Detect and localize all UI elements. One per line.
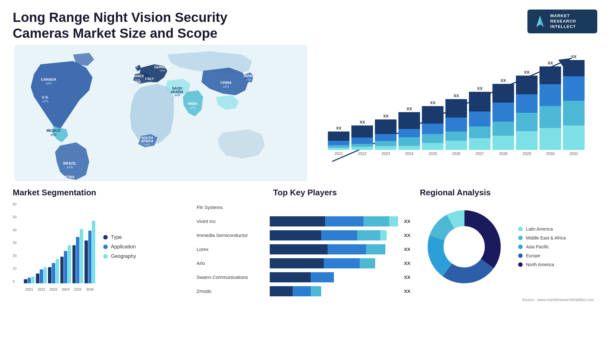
- svg-text:CANADA: CANADA: [41, 77, 57, 81]
- player-zmodo: Zmodo XX: [197, 286, 414, 296]
- seg-x-labels: 2021 2022 2023 2024 2025 2026: [24, 287, 95, 291]
- bar-2023: XX 2023: [375, 54, 396, 156]
- player-name-immedia: Immedia Semiconductor: [197, 233, 267, 238]
- legend-latin-america: Latin America: [518, 226, 566, 232]
- player-bar-swann: [270, 272, 398, 282]
- bottom-section: Market Segmentation 0 10 20 30 40 50 60: [0, 181, 610, 340]
- player-value-lorex: XX: [404, 246, 413, 252]
- bar-2031: XX 2031: [563, 54, 585, 156]
- page-title: Long Range Night Vision Security Cameras…: [13, 10, 267, 42]
- svg-text:GERMANY: GERMANY: [154, 65, 171, 69]
- logo-icon: [534, 15, 546, 28]
- bar-2028: XX 2028: [492, 54, 514, 156]
- source: Source : www.marketresearchintellect.com: [420, 298, 597, 302]
- players-title: Top Key Players: [197, 188, 414, 198]
- svg-point-42: [444, 227, 484, 266]
- segmentation-section: Market Segmentation 0 10 20 30 40 50 60: [13, 188, 190, 340]
- svg-text:xx%: xx%: [223, 85, 229, 88]
- player-bar-arlo: [270, 258, 398, 268]
- svg-text:U.K.: U.K.: [132, 64, 139, 68]
- top-section: CANADA xx% U.S. xx% MEXICO xx% BRAZIL xx…: [0, 45, 610, 181]
- svg-text:ITALY: ITALY: [145, 77, 154, 80]
- svg-text:xx%: xx%: [144, 143, 150, 146]
- player-name-zmodo: Zmodo: [197, 288, 267, 294]
- bar-2027: XX 2027: [469, 54, 491, 156]
- player-name-flir: Flir Systems: [197, 205, 267, 210]
- seg-legend: Type Application Geography: [103, 202, 136, 291]
- svg-text:ARABIA: ARABIA: [171, 90, 184, 93]
- regional-legend: Latin America Middle East & Africa Asia …: [518, 226, 566, 267]
- seg-bar-2022: [36, 202, 47, 283]
- latin-america-label: Latin America: [526, 226, 553, 232]
- svg-text:CHINA: CHINA: [220, 81, 232, 84]
- donut-area: Latin America Middle East & Africa Asia …: [420, 202, 597, 291]
- player-flir: Flir Systems: [197, 202, 414, 212]
- players-section: Top Key Players Flir Systems Vivint Inc …: [197, 188, 414, 340]
- player-swann: Swann Communications XX: [197, 272, 414, 282]
- donut-chart: [420, 202, 509, 291]
- svg-text:BRAZIL: BRAZIL: [63, 161, 76, 165]
- world-map: CANADA xx% U.S. xx% MEXICO xx% BRAZIL xx…: [13, 45, 309, 181]
- svg-text:MEXICO: MEXICO: [46, 129, 61, 132]
- player-bar-zmodo: [270, 286, 398, 296]
- svg-text:U.S.: U.S.: [42, 95, 49, 99]
- players-list: Flir Systems Vivint Inc XX Immedia Semic: [197, 202, 414, 296]
- type-label: Type: [111, 234, 122, 240]
- seg-legend-geography: Geography: [103, 253, 136, 259]
- asia-pacific-label: Asia Pacific: [526, 244, 549, 249]
- player-value-swann: XX: [404, 274, 413, 280]
- application-label: Application: [111, 244, 136, 250]
- seg-bar-2025: [72, 202, 83, 283]
- svg-text:xx%: xx%: [133, 68, 138, 71]
- player-bar-immedia: [270, 230, 398, 240]
- geography-dot: [103, 254, 108, 259]
- player-value-vivint: XX: [404, 219, 413, 224]
- legend-north-america: North America: [518, 262, 566, 267]
- world-map-svg: CANADA xx% U.S. xx% MEXICO xx% BRAZIL xx…: [13, 45, 309, 181]
- bar-2025: XX 2025: [422, 54, 444, 156]
- logo-line2: RESEARCH: [550, 19, 576, 24]
- player-name-swann: Swann Communications: [197, 274, 267, 280]
- bar-2026: XX 2026: [445, 54, 467, 156]
- svg-text:INDIA: INDIA: [188, 102, 198, 105]
- seg-legend-type: Type: [103, 234, 136, 240]
- seg-bar-2021: [24, 202, 35, 283]
- seg-y-axis: 0 10 20 30 40 50 60: [13, 202, 17, 283]
- seg-bar-2026: [85, 202, 95, 283]
- type-dot: [103, 235, 108, 239]
- application-dot: [103, 245, 108, 249]
- logo-line1: MARKET: [550, 13, 576, 19]
- seg-chart: 0 10 20 30 40 50 60: [13, 202, 95, 291]
- svg-text:SPAIN: SPAIN: [131, 80, 140, 84]
- svg-text:ARGENTINA: ARGENTINA: [55, 175, 75, 179]
- middle-east-label: Middle East & Africa: [526, 235, 566, 240]
- segmentation-title: Market Segmentation: [13, 188, 190, 198]
- bar-chart-inner: XX 2021 XX: [322, 48, 591, 169]
- player-vivint: Vivint Inc XX: [197, 216, 414, 226]
- svg-marker-1: [536, 16, 540, 27]
- bars-wrapper: XX 2021 XX: [328, 54, 585, 156]
- svg-text:xx%: xx%: [246, 78, 251, 81]
- player-value-zmodo: XX: [404, 288, 413, 294]
- bar-2024: XX 2024: [398, 54, 420, 156]
- svg-text:xx%: xx%: [147, 81, 152, 84]
- svg-text:AFRICA: AFRICA: [141, 139, 153, 143]
- legend-middle-east-africa: Middle East & Africa: [518, 235, 566, 240]
- regional-section: Regional Analysis: [420, 188, 597, 340]
- geography-label: Geography: [111, 253, 136, 259]
- player-lorex: Lorex XX: [197, 244, 414, 254]
- svg-text:xx%: xx%: [133, 84, 139, 87]
- player-immedia: Immedia Semiconductor XX: [197, 230, 414, 240]
- player-bar-flir: [270, 202, 398, 212]
- bar-2030: XX 2030: [539, 54, 561, 156]
- svg-text:JAPAN: JAPAN: [243, 74, 254, 78]
- player-bar-lorex: [270, 244, 398, 254]
- seg-bars-area: [24, 202, 95, 283]
- svg-text:xx%: xx%: [42, 99, 48, 103]
- bar-2021: XX 2021: [328, 54, 349, 156]
- player-arlo: Arlo XX: [197, 258, 414, 268]
- player-value-immedia: XX: [404, 233, 413, 238]
- europe-dot: [518, 253, 523, 258]
- logo: MARKET RESEARCH INTELLECT: [527, 10, 597, 33]
- europe-label: Europe: [526, 253, 540, 258]
